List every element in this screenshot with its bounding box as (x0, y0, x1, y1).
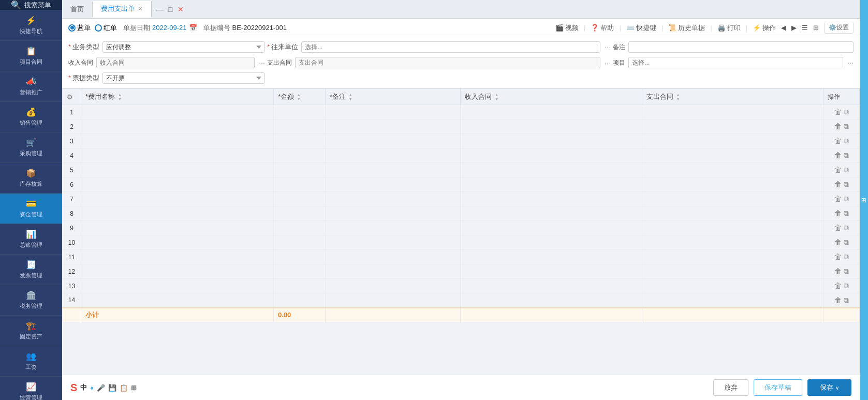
delete-icon-1[interactable]: 🗑 (834, 108, 842, 116)
row-expense-name-1[interactable] (81, 105, 274, 120)
counterparty-dots[interactable]: ··· (605, 43, 611, 51)
video-btn[interactable]: 🎬 视频 (555, 23, 579, 33)
row-amount-6[interactable] (273, 177, 325, 192)
row-amount-4[interactable] (273, 149, 325, 163)
help-btn[interactable]: ❓ 帮助 (591, 23, 614, 33)
delete-icon-14[interactable]: 🗑 (834, 296, 842, 305)
row-income-contract-13[interactable] (461, 279, 642, 293)
row-notes-10[interactable] (325, 235, 460, 250)
row-expense-name-3[interactable] (81, 134, 274, 149)
calendar-icon[interactable]: 📅 (189, 24, 197, 32)
delete-icon-8[interactable]: 🗑 (834, 209, 842, 218)
save-draft-button[interactable]: 保存草稿 (754, 379, 802, 396)
copy-icon-3[interactable]: ⧉ (844, 137, 849, 145)
row-notes-7[interactable] (325, 192, 460, 206)
business-type-select[interactable]: 应付调整 (102, 41, 265, 53)
row-expense-name-8[interactable] (81, 206, 274, 221)
row-expense-name-6[interactable] (81, 177, 274, 192)
row-amount-11[interactable] (273, 250, 325, 264)
row-income-contract-2[interactable] (461, 120, 642, 134)
expense-contract-dots[interactable]: ··· (605, 58, 611, 67)
settings-button[interactable]: ⚙️设置 (824, 22, 854, 34)
row-expense-contract-8[interactable] (642, 206, 823, 221)
row-expense-name-2[interactable] (81, 120, 274, 134)
logo-mic-icon[interactable]: 🎤 (97, 384, 105, 392)
row-amount-13[interactable] (273, 279, 325, 293)
row-amount-2[interactable] (273, 120, 325, 134)
row-income-contract-11[interactable] (461, 250, 642, 264)
income-contract-dots[interactable]: ··· (259, 58, 265, 67)
sidebar-item-marketing[interactable]: 📣 营销推广 (0, 71, 62, 102)
row-amount-9[interactable] (273, 221, 325, 235)
income-contract-input[interactable] (96, 57, 255, 68)
action-btn[interactable]: ⚡ 操作 (753, 23, 776, 33)
row-amount-12[interactable] (273, 264, 325, 279)
row-expense-contract-10[interactable] (642, 235, 823, 250)
copy-icon-13[interactable]: ⧉ (844, 282, 849, 290)
delete-icon-2[interactable]: 🗑 (834, 122, 842, 131)
row-expense-contract-3[interactable] (642, 134, 823, 149)
row-expense-contract-11[interactable] (642, 250, 823, 264)
tab-expense-bill[interactable]: 费用支出单 ✕ (93, 1, 152, 18)
sidebar-item-invoice[interactable]: 🧾 发票管理 (0, 255, 62, 285)
copy-icon-8[interactable]: ⧉ (844, 209, 849, 218)
copy-icon-4[interactable]: ⧉ (844, 151, 849, 160)
logo-grid-icon[interactable]: ⊞ (131, 384, 137, 392)
delete-icon-11[interactable]: 🗑 (834, 253, 842, 261)
row-expense-name-4[interactable] (81, 149, 274, 163)
sidebar-item-tax[interactable]: 🏛️ 税务管理 (0, 285, 62, 316)
copy-icon-9[interactable]: ⧉ (844, 224, 849, 232)
delete-icon-5[interactable]: 🗑 (834, 166, 842, 174)
row-amount-5[interactable] (273, 163, 325, 177)
row-expense-contract-4[interactable] (642, 149, 823, 163)
print-btn[interactable]: 🖨️ 打印 (717, 23, 741, 33)
row-expense-name-10[interactable] (81, 235, 274, 250)
sidebar-item-accounting[interactable]: 📊 总账管理 (0, 224, 62, 255)
row-notes-8[interactable] (325, 206, 460, 221)
logo-copy-icon[interactable]: 📋 (120, 384, 128, 392)
row-expense-contract-6[interactable] (642, 177, 823, 192)
project-dots[interactable]: ··· (847, 58, 854, 67)
row-expense-contract-12[interactable] (642, 264, 823, 279)
window-minimize-btn[interactable]: — (156, 5, 164, 13)
counterparty-input[interactable] (301, 41, 600, 53)
sidebar-item-project-contract[interactable]: 📋 项目合同 (0, 41, 62, 71)
row-notes-1[interactable] (325, 105, 460, 120)
row-income-contract-14[interactable] (461, 293, 642, 308)
row-income-contract-6[interactable] (461, 177, 642, 192)
sidebar-item-inventory[interactable]: 📦 库存核算 (0, 163, 62, 194)
sidebar-item-capital[interactable]: 💳 资金管理 (0, 194, 62, 224)
sort-expense-contract[interactable]: ▲▼ (676, 93, 680, 101)
row-expense-name-5[interactable] (81, 163, 274, 177)
row-amount-7[interactable] (273, 192, 325, 206)
sidebar-item-sales[interactable]: 💰 销售管理 (0, 102, 62, 132)
copy-icon-11[interactable]: ⧉ (844, 253, 849, 261)
sidebar-item-purchase[interactable]: 🛒 采购管理 (0, 132, 62, 163)
radio-blue-bill[interactable]: 蓝单 (68, 23, 91, 33)
row-expense-name-14[interactable] (81, 293, 274, 308)
copy-icon-12[interactable]: ⧉ (844, 267, 849, 276)
sort-amount[interactable]: ▲▼ (297, 93, 301, 101)
copy-icon-10[interactable]: ⧉ (844, 238, 849, 247)
row-amount-1[interactable] (273, 105, 325, 120)
project-input[interactable] (628, 57, 843, 68)
copy-icon-5[interactable]: ⧉ (844, 166, 849, 174)
delete-icon-10[interactable]: 🗑 (834, 238, 842, 247)
row-expense-contract-14[interactable] (642, 293, 823, 308)
expense-contract-input[interactable] (295, 57, 600, 68)
row-expense-contract-2[interactable] (642, 120, 823, 134)
logo-save-icon[interactable]: 💾 (108, 384, 116, 392)
sort-notes[interactable]: ▲▼ (348, 93, 352, 101)
delete-icon-12[interactable]: 🗑 (834, 267, 842, 276)
tab-close-icon[interactable]: ✕ (138, 5, 143, 12)
nav-left-btn[interactable]: ◀ (781, 24, 786, 32)
copy-icon-7[interactable]: ⧉ (844, 195, 849, 203)
delete-icon-4[interactable]: 🗑 (834, 151, 842, 160)
copy-icon-1[interactable]: ⧉ (844, 108, 849, 116)
row-notes-2[interactable] (325, 120, 460, 134)
shortcut-btn[interactable]: ⌨️ 快捷键 (626, 23, 656, 33)
row-notes-9[interactable] (325, 221, 460, 235)
history-btn[interactable]: 📜 历史单据 (668, 23, 705, 33)
row-expense-name-13[interactable] (81, 279, 274, 293)
delete-icon-13[interactable]: 🗑 (834, 282, 842, 290)
